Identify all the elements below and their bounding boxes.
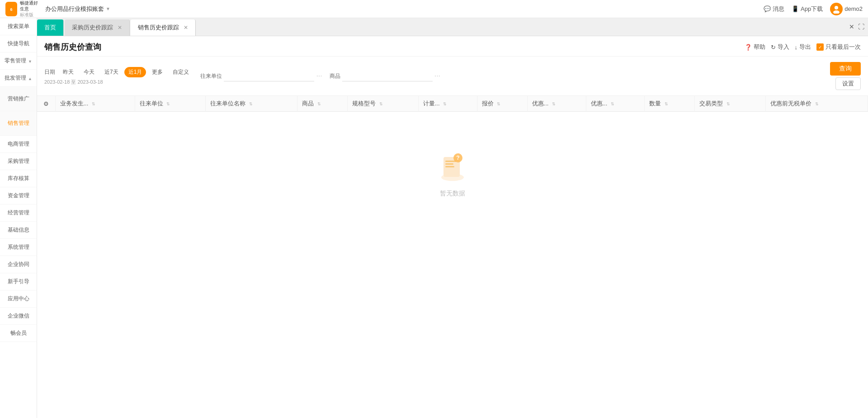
export-icon: ↓ [795, 44, 798, 51]
column-biz-date[interactable]: 业务发生... ⇅ [55, 96, 135, 112]
message-icon: 💬 [764, 5, 771, 12]
close-purchase-tab-icon[interactable]: ✕ [118, 24, 122, 31]
import-button[interactable]: ↻ 导入 [771, 43, 789, 51]
sidebar-item-quick-nav[interactable]: 快捷导航 [0, 35, 37, 52]
finance-label: 资金管理 [8, 192, 29, 200]
column-spec[interactable]: 规格型号 ⇅ [347, 96, 418, 112]
search-menu-label: 搜索菜单 [8, 23, 29, 30]
partner-filter-group: 往来单位 ··· [200, 71, 322, 81]
sidebar-item-finance[interactable]: 资金管理 [0, 187, 37, 204]
dropdown-arrow-icon: ▼ [106, 6, 110, 11]
wechat-label: 企业微信 [8, 312, 29, 320]
sidebar-item-sales-mgmt[interactable]: 销售管理 [0, 111, 37, 136]
date-btn-yesterday[interactable]: 昨天 [59, 67, 78, 77]
sidebar-item-newbie[interactable]: 新手引导 [0, 273, 37, 290]
partner-filter-label: 往来单位 [200, 72, 222, 80]
date-filter-group: 日期 昨天 今天 近7天 近1月 更多 自定义 2023-02-18 至 202… [44, 67, 193, 86]
sort-partner-code-icon: ⇅ [166, 102, 170, 106]
close-sales-tab-icon[interactable]: ✕ [184, 24, 188, 31]
sidebar-item-search-menu[interactable]: 搜索菜单 [0, 18, 37, 35]
purchase-label: 采购管理 [8, 157, 29, 165]
column-discount2[interactable]: 优惠... ⇅ [586, 96, 645, 112]
header-right: 💬 消息 📱 App下载 demo2 [764, 3, 863, 15]
wholesale-mgmt-arrow-icon: ▲ [28, 76, 32, 81]
sidebar-item-ecommerce[interactable]: 电商管理 [0, 136, 37, 153]
sidebar-item-member[interactable]: 畅会员 [0, 325, 37, 342]
column-discount1[interactable]: 优惠... ⇅ [527, 96, 586, 112]
only-last-checkbox[interactable]: ✓ 只看最后一次 [816, 43, 861, 51]
download-icon: 📱 [792, 5, 799, 12]
sort-quote-icon: ⇅ [497, 102, 500, 106]
svg-rect-8 [445, 166, 454, 167]
close-window-icon[interactable]: ✕ [849, 23, 854, 30]
sidebar-item-operations[interactable]: 经营管理 [0, 204, 37, 222]
workspace-selector[interactable]: 办公用品行业模拟账套 ▼ [45, 5, 760, 13]
avatar [830, 3, 843, 15]
date-btn-7days[interactable]: 近7天 [100, 67, 123, 77]
export-button[interactable]: ↓ 导出 [795, 43, 811, 51]
message-button[interactable]: 💬 消息 [764, 5, 784, 13]
page-content: 销售历史价查询 ❓ 帮助 ↻ 导入 ↓ 导出 ✓ [37, 36, 868, 418]
column-partner-name[interactable]: 往来单位名称 ⇅ [206, 96, 297, 112]
column-trade-type[interactable]: 交易类型 ⇅ [695, 96, 766, 112]
column-unit[interactable]: 计量... ⇅ [418, 96, 477, 112]
column-quote[interactable]: 报价 ⇅ [477, 96, 527, 112]
column-quantity[interactable]: 数量 ⇅ [645, 96, 695, 112]
svg-point-2 [835, 6, 838, 10]
filter-actions: 查询 设置 [830, 62, 861, 90]
sidebar-item-inventory[interactable]: 库存核算 [0, 170, 37, 187]
content-area: 首页 采购历史价跟踪 ✕ 销售历史价跟踪 ✕ ✕ ⛶ 销售历史价查询 [37, 18, 868, 418]
filter-bar: 日期 昨天 今天 近7天 近1月 更多 自定义 2023-02-18 至 202… [37, 57, 868, 96]
svg-point-3 [833, 10, 840, 14]
tab-purchase-history[interactable]: 采购历史价跟踪 ✕ [65, 19, 130, 36]
app-download-button[interactable]: 📱 App下载 [792, 5, 823, 13]
user-menu[interactable]: demo2 [830, 3, 863, 15]
column-goods[interactable]: 商品 ⇅ [297, 96, 348, 112]
sidebar-item-app-center[interactable]: 应用中心 [0, 290, 37, 308]
goods-dots-icon[interactable]: ··· [434, 72, 440, 80]
sidebar-item-purchase[interactable]: 采购管理 [0, 153, 37, 170]
table-container: ⚙ 业务发生... ⇅ 往来单位 ⇅ 往来单位名称 ⇅ [37, 96, 868, 418]
goods-filter-label: 商品 [330, 72, 340, 80]
sidebar: 搜索菜单 快捷导航 零售管理 ▼ 批发管理 ▲ 营销推广 销售管理 电商管理 采 [0, 18, 37, 418]
data-table: ⚙ 业务发生... ⇅ 往来单位 ⇅ 往来单位名称 ⇅ [37, 96, 868, 112]
tab-home-label: 首页 [44, 24, 56, 32]
tab-sales-history[interactable]: 销售历史价跟踪 ✕ [131, 19, 196, 36]
sort-biz-date-icon: ⇅ [92, 102, 95, 106]
sidebar-item-enterprise[interactable]: 企业协同 [0, 256, 37, 273]
inventory-label: 库存核算 [8, 175, 29, 182]
sidebar-item-retail-mgmt[interactable]: 零售管理 ▼ [0, 52, 37, 70]
query-button[interactable]: 查询 [830, 62, 861, 76]
sidebar-item-wholesale-mgmt[interactable]: 批发管理 ▲ [0, 70, 37, 87]
partner-dots-icon[interactable]: ··· [316, 72, 322, 80]
app-center-label: 应用中心 [8, 295, 29, 303]
goods-input[interactable] [342, 71, 433, 81]
tab-purchase-history-label: 采购历史价跟踪 [72, 24, 113, 32]
date-btn-more[interactable]: 更多 [148, 67, 167, 77]
sidebar-item-marketing[interactable]: 营销推广 [0, 87, 37, 111]
column-settings[interactable]: ⚙ [37, 96, 55, 112]
tab-bar: 首页 采购历史价跟踪 ✕ 销售历史价跟踪 ✕ ✕ ⛶ [37, 18, 868, 36]
help-button[interactable]: ❓ 帮助 [745, 43, 765, 51]
empty-icon: ? [434, 148, 471, 184]
page-title-bar: 销售历史价查询 ❓ 帮助 ↻ 导入 ↓ 导出 ✓ [37, 36, 868, 57]
sort-goods-icon: ⇅ [317, 102, 321, 106]
date-shortcuts: 昨天 今天 近7天 近1月 更多 自定义 [59, 67, 193, 77]
sidebar-item-basic-info[interactable]: 基础信息 [0, 222, 37, 239]
column-partner-code[interactable]: 往来单位 ⇅ [135, 96, 206, 112]
tab-home[interactable]: 首页 [37, 19, 64, 36]
maximize-icon[interactable]: ⛶ [858, 23, 864, 30]
column-pre-tax-price[interactable]: 优惠前无税单价 ⇅ [766, 96, 868, 112]
partner-input[interactable] [224, 71, 314, 81]
date-btn-1month[interactable]: 近1月 [124, 67, 146, 77]
svg-rect-7 [445, 163, 453, 165]
sort-quantity-icon: ⇅ [665, 102, 668, 106]
checkbox-checked-icon: ✓ [816, 43, 824, 51]
sidebar-item-wechat[interactable]: 企业微信 [0, 308, 37, 325]
sidebar-item-system[interactable]: 系统管理 [0, 239, 37, 256]
date-btn-custom[interactable]: 自定义 [169, 67, 193, 77]
settings-button[interactable]: 设置 [835, 77, 861, 90]
sort-partner-name-icon: ⇅ [249, 102, 253, 106]
date-btn-today[interactable]: 今天 [80, 67, 99, 77]
enterprise-label: 企业协同 [8, 261, 29, 268]
